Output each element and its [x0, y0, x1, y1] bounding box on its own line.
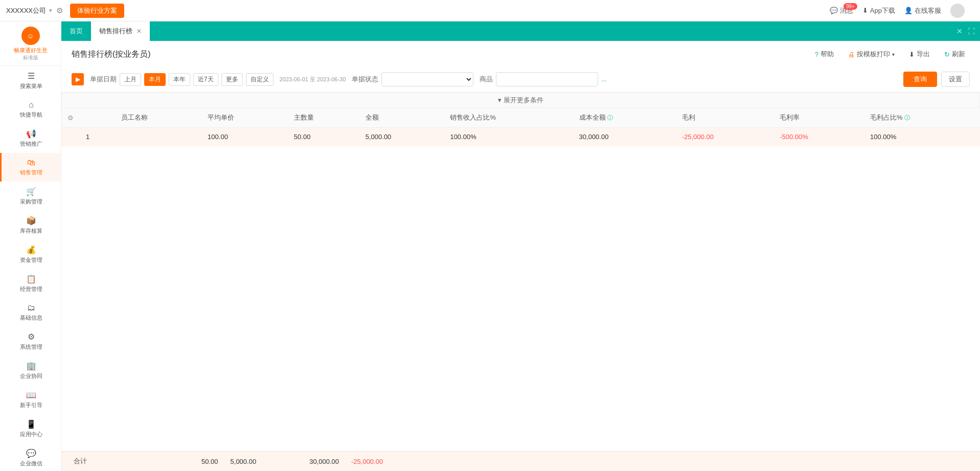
print-icon: 🖨: [848, 51, 855, 58]
sidebar-item-system[interactable]: ⚙ 系统管理: [0, 327, 61, 356]
search-icon: ☰: [28, 71, 35, 81]
date-btn-this-month[interactable]: 本月: [144, 73, 166, 86]
print-btn[interactable]: 🖨 按模板打印 ▾: [844, 47, 899, 61]
sidebar-item-label: 基础信息: [20, 314, 42, 322]
bell-icon: 💬: [830, 7, 838, 14]
help-icon: ?: [815, 51, 818, 58]
sidebar-item-enterprise-wechat[interactable]: 💬 企业微信: [0, 443, 61, 471]
sidebar-item-label: 营销推广: [20, 140, 42, 148]
sidebar-item-label: 销售管理: [20, 169, 42, 176]
table-body: 1 100.00 50.00 5,000.00 100.00% 30,000.0…: [61, 128, 980, 146]
app-download-btn[interactable]: ⬇ App下载: [862, 6, 895, 15]
maximize-icon[interactable]: ⛶: [968, 27, 975, 35]
cell-employee: [115, 128, 201, 146]
sidebar-item-operations[interactable]: 📋 经营管理: [0, 269, 61, 298]
marketing-icon: 📢: [26, 129, 36, 139]
sidebar-item-label: 企业微信: [20, 460, 42, 467]
gear-icon[interactable]: ⚙: [56, 6, 63, 15]
filter-row: ▶ 单据日期 上月 本月 本年 近7天 更多 自定义 2023-06-01 至 …: [72, 72, 970, 87]
cell-gross-pct: 100.00%: [864, 128, 980, 146]
sidebar-item-quick-nav[interactable]: ⌂ 快捷导航: [0, 95, 61, 124]
close-window-icon[interactable]: ✕: [956, 27, 963, 35]
sidebar-item-sales[interactable]: 🛍 销售管理: [0, 153, 61, 182]
cell-gross-rate: -500.00%: [773, 128, 864, 146]
cell-main-qty: 50.00: [288, 128, 359, 146]
home-icon: ⌂: [29, 100, 34, 109]
chevron-down-icon: ▾: [49, 7, 52, 14]
export-btn[interactable]: ⬇ 导出: [904, 47, 935, 61]
table-wrapper: ⚙ 员工名称 平均单价 主数量 全额 销售收入占比% 成本全额 ⓘ 毛利 毛利率…: [61, 108, 980, 451]
close-tab-icon[interactable]: ✕: [136, 28, 142, 35]
col-avg-price: 平均单价: [201, 108, 288, 128]
sidebar-item-label: 应用中心: [20, 431, 42, 438]
status-select[interactable]: [381, 72, 473, 86]
date-btn-last-7-days[interactable]: 近7天: [193, 73, 218, 86]
operations-icon: 📋: [26, 274, 36, 284]
table-header: ⚙ 员工名称 平均单价 主数量 全额 销售收入占比% 成本全额 ⓘ 毛利 毛利率…: [61, 108, 980, 128]
expand-arrow-btn[interactable]: ▶: [72, 73, 84, 85]
page-header: 销售排行榜(按业务员) ? 帮助 🖨 按模板打印 ▾ ⬇: [61, 41, 980, 93]
date-btn-custom[interactable]: 自定义: [246, 73, 274, 86]
sidebar-item-basic-info[interactable]: 🗂 基础信息: [0, 298, 61, 327]
settings-btn[interactable]: 设置: [941, 72, 970, 87]
inventory-icon: 📦: [26, 216, 36, 226]
enterprise-icon: 🏢: [26, 361, 36, 371]
sales-rank-table: ⚙ 员工名称 平均单价 主数量 全额 销售收入占比% 成本全额 ⓘ 毛利 毛利率…: [61, 108, 980, 146]
refresh-btn[interactable]: ↻ 刷新: [940, 47, 970, 61]
sidebar-item-finance[interactable]: 💰 资金管理: [0, 240, 61, 269]
col-sales-pct: 销售收入占比%: [444, 108, 573, 128]
service-icon: 👤: [904, 7, 913, 14]
sidebar-item-inventory[interactable]: 📦 库存核算: [0, 211, 61, 240]
sidebar-item-enterprise[interactable]: 🏢 企业协同: [0, 356, 61, 385]
date-range-display: 2023-06-01 至 2023-06-30: [280, 76, 346, 83]
col-cost-total: 成本全额 ⓘ: [573, 108, 676, 128]
more-filters-btn[interactable]: ...: [601, 76, 606, 83]
sidebar-item-label: 搜索菜单: [20, 82, 42, 90]
query-btn[interactable]: 查询: [903, 72, 937, 87]
logo-icon: ☺: [21, 27, 40, 45]
sidebar-item-label: 经营管理: [20, 285, 42, 293]
print-dropdown-icon[interactable]: ▾: [892, 52, 895, 57]
expand-bar[interactable]: ▾ 展开更多条件: [61, 93, 980, 108]
sidebar-item-guide[interactable]: 📖 新手引导: [0, 385, 61, 414]
footer-gross: -25,000.00: [345, 458, 389, 465]
export-icon: ⬇: [909, 51, 915, 58]
trial-button[interactable]: 体验行业方案: [70, 4, 124, 18]
main-layout: ☺ 畅康通好生意 标准版 ☰ 搜索菜单 ⌂ 快捷导航 📢 营销推广 🛍 销售管理…: [0, 21, 980, 471]
refresh-label: 刷新: [952, 50, 965, 59]
avatar[interactable]: [950, 4, 965, 18]
company-selector[interactable]: XXXXXX公司 ▾: [6, 6, 52, 15]
sidebar-item-search-order[interactable]: ☰ 搜索菜单: [0, 66, 61, 95]
status-filter-section: 单据状态: [352, 72, 473, 86]
sidebar-item-app-center[interactable]: 📱 应用中心: [0, 414, 61, 443]
refresh-icon: ↻: [944, 51, 950, 58]
sidebar-item-label: 快捷导航: [20, 111, 42, 119]
expand-down-icon: ▾: [498, 96, 502, 104]
goods-input[interactable]: [496, 72, 598, 86]
date-filter-label: 单据日期: [90, 75, 117, 84]
date-btn-more[interactable]: 更多: [221, 73, 243, 86]
online-service-btn[interactable]: 👤 在线客服: [904, 6, 941, 15]
date-btn-this-year[interactable]: 本年: [169, 73, 190, 86]
cell-gross: -25,000.00: [676, 128, 773, 146]
col-rank: [80, 108, 115, 128]
col-settings[interactable]: ⚙: [61, 108, 80, 128]
tab-sales-rank[interactable]: 销售排行榜 ✕: [91, 21, 150, 41]
sales-icon: 🛍: [27, 158, 35, 167]
tab-home[interactable]: 首页: [61, 21, 91, 41]
col-total: 全额: [359, 108, 444, 128]
tab-bar: 首页 销售排行榜 ✕ ✕ ⛶: [61, 21, 980, 41]
col-gross-rate: 毛利率: [773, 108, 864, 128]
notification-btn[interactable]: 💬 消息 99+: [830, 6, 853, 15]
app-download-label: App下载: [870, 6, 895, 15]
page-title-row: 销售排行榜(按业务员) ? 帮助 🖨 按模板打印 ▾ ⬇: [72, 47, 970, 61]
help-btn[interactable]: ? 帮助: [810, 47, 838, 61]
sidebar-item-purchase[interactable]: 🛒 采购管理: [0, 182, 61, 211]
sidebar-item-marketing[interactable]: 📢 营销推广: [0, 124, 61, 153]
goods-filter-section: 商品 ...: [480, 72, 606, 86]
date-btn-last-month[interactable]: 上月: [120, 73, 141, 86]
cell-rank: 1: [80, 128, 115, 146]
footer-cost-total: 30,000.00: [303, 458, 345, 465]
goods-filter-label: 商品: [480, 75, 493, 84]
cell-avg-price: 100.00: [201, 128, 288, 146]
